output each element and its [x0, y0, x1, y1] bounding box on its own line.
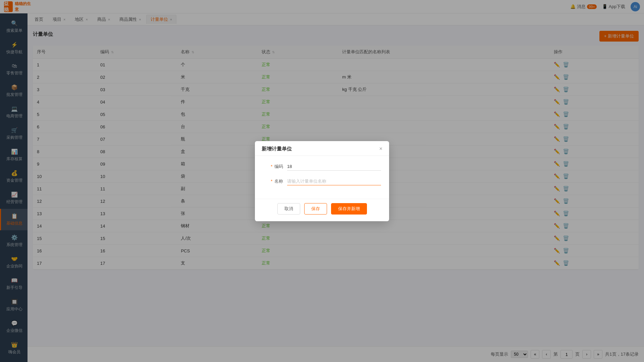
modal-title: 新增计量单位	[262, 146, 292, 152]
cancel-button[interactable]: 取消	[277, 203, 300, 215]
modal-header: 新增计量单位 ×	[255, 141, 389, 156]
form-name-label: * 名称	[263, 178, 283, 184]
modal-box: 新增计量单位 × * 编码 * 名称 取消 保存 保存并新增	[255, 141, 389, 221]
modal-close-button[interactable]: ×	[379, 146, 382, 152]
required-star-name: *	[271, 179, 272, 184]
form-code-input[interactable]	[287, 163, 381, 171]
save-button[interactable]: 保存	[304, 203, 327, 215]
modal-overlay[interactable]: 新增计量单位 × * 编码 * 名称 取消 保存 保存并新增	[0, 0, 644, 362]
required-star-code: *	[271, 164, 272, 169]
save-and-new-button[interactable]: 保存并新增	[331, 203, 367, 215]
form-row-code: * 编码	[263, 163, 381, 171]
form-row-name: * 名称	[263, 177, 381, 185]
modal-body: * 编码 * 名称	[255, 156, 389, 199]
modal-footer: 取消 保存 保存并新增	[255, 199, 389, 221]
form-name-input[interactable]	[287, 177, 381, 185]
form-code-label: * 编码	[263, 164, 283, 170]
